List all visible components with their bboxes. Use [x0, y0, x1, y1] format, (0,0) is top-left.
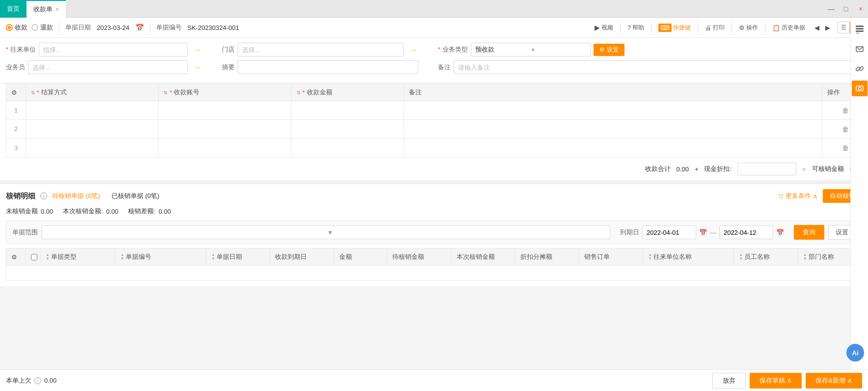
abandon-button[interactable]: 放弃: [712, 373, 746, 389]
action-header-label: 操作: [827, 88, 840, 97]
sidebar-table-icon[interactable]: [852, 22, 868, 37]
row1-delete-icon[interactable]: 🗑: [842, 107, 849, 114]
history-button[interactable]: 📋 历史单据: [770, 23, 807, 33]
table-row: 2 🗑 ⧉: [6, 120, 862, 139]
select-all-checkbox[interactable]: [31, 254, 37, 260]
pending-tab[interactable]: 待核销单据 (0笔): [52, 192, 100, 200]
method-header-label: 结算方式: [41, 88, 67, 97]
print-button[interactable]: 🖨 打印: [703, 23, 727, 33]
partner-more-btn[interactable]: ···: [192, 46, 202, 54]
save-new-arrow[interactable]: ∧: [847, 377, 852, 384]
row2-method[interactable]: [26, 120, 159, 138]
verify-gear-header[interactable]: ⚙: [6, 249, 26, 265]
section-divider: [0, 180, 868, 184]
row-num-1: 1: [6, 101, 26, 119]
refund-radio[interactable]: 退款: [31, 23, 53, 32]
store-input[interactable]: [238, 43, 404, 56]
gear-header[interactable]: ⚙: [6, 84, 26, 101]
plus-sign: +: [695, 166, 699, 173]
account-header: ⇅ * 收款账号: [159, 84, 291, 101]
next-arrow[interactable]: ▶: [823, 23, 833, 32]
row3-delete-icon[interactable]: 🗑: [842, 144, 849, 152]
done-tab[interactable]: 已核销单据 (0笔): [111, 192, 160, 200]
minimize-button[interactable]: —: [824, 0, 839, 18]
calendar-icon[interactable]: 📅: [136, 24, 144, 31]
sidebar-link-icon[interactable]: [852, 61, 868, 77]
pending-tab-label: 待核销单据: [52, 192, 84, 199]
row3-method[interactable]: [26, 139, 159, 157]
bottom-info: 本单上欠 i 0.00: [6, 376, 56, 385]
svg-rect-0: [856, 26, 864, 27]
summary-input[interactable]: [238, 60, 418, 74]
staff-input[interactable]: [28, 60, 188, 74]
row3-amount[interactable]: [292, 139, 404, 157]
cal-from-icon[interactable]: 📅: [699, 229, 707, 236]
row1-note[interactable]: [404, 101, 822, 119]
shortcut-button[interactable]: ⌨ 快捷键: [656, 23, 693, 33]
table-row: 3 🗑 ⧉: [6, 139, 862, 157]
done-tab-count: (0笔): [145, 192, 160, 199]
row1-amount[interactable]: [292, 101, 404, 119]
verify-type-header: ▲▼ 单据类型: [41, 249, 115, 265]
staff-more-btn[interactable]: ···: [192, 63, 202, 71]
row-num-2: 2: [6, 120, 26, 138]
tab-close-icon[interactable]: ×: [55, 6, 59, 13]
biz-type-select[interactable]: 预收款 ▼: [471, 43, 591, 56]
help-button[interactable]: ? 帮助: [625, 23, 646, 33]
maximize-button[interactable]: □: [839, 0, 853, 18]
date-field: 到期日 📅 — 📅: [620, 225, 784, 239]
receipt-radio-dot: [6, 24, 13, 31]
amount-header: ⇅ * 收款金额: [292, 84, 404, 101]
prev-arrow[interactable]: ◀: [812, 23, 822, 32]
save-new-button[interactable]: 保存&新增 ∧: [806, 373, 862, 389]
ai-badge[interactable]: Ai: [846, 344, 864, 362]
print-icon: 🖨: [705, 24, 711, 31]
tab-home[interactable]: 首页: [0, 0, 27, 18]
date-dash: —: [710, 229, 716, 236]
home-tab-label: 首页: [7, 4, 20, 13]
discount-input[interactable]: [737, 163, 796, 175]
operations-icon: ⚙: [739, 24, 745, 31]
equals-sign: =: [802, 166, 806, 173]
bottom-info-value: 0.00: [44, 377, 56, 384]
history-label: 历史单据: [782, 24, 805, 32]
row3-account[interactable]: [159, 139, 291, 157]
bottom-info-icon[interactable]: i: [34, 377, 41, 384]
cal-to-icon[interactable]: 📅: [776, 229, 784, 236]
verify-dept-label: 部门名称: [809, 252, 834, 261]
receipt-radio[interactable]: 收款: [6, 23, 27, 32]
list-layout-btn[interactable]: ☰: [838, 22, 850, 33]
biz-type-arrow: ▼: [531, 47, 586, 53]
divider-7: [765, 23, 765, 32]
close-button[interactable]: ×: [853, 0, 868, 18]
tab-receipt[interactable]: 收款单 ×: [27, 0, 66, 18]
verify-info-icon[interactable]: i: [40, 193, 47, 199]
video-button[interactable]: ▶ 视频: [593, 23, 615, 33]
more-conditions-label: 更多条件: [786, 192, 811, 200]
operations-button[interactable]: ⚙ 操作: [737, 23, 760, 33]
note-header-label: 备注: [409, 88, 422, 97]
settings-button[interactable]: ⚙ 设置: [594, 44, 624, 56]
row2-account[interactable]: [159, 120, 291, 138]
save-draft-button[interactable]: 保存草稿 ∧: [750, 373, 802, 389]
row2-note[interactable]: [404, 120, 822, 138]
query-button[interactable]: 查询: [794, 225, 824, 240]
row2-delete-icon[interactable]: 🗑: [842, 125, 849, 133]
range-select[interactable]: ▼: [42, 225, 610, 239]
form-row-1: 往来单位 ··· 门店 ··· 业务类型 预收款 ▼ ⚙ 设置: [6, 43, 862, 56]
biz-type-label: 业务类型: [438, 45, 468, 54]
date-from-input[interactable]: [642, 225, 696, 239]
row2-amount[interactable]: [292, 120, 404, 138]
sidebar-email-icon[interactable]: [852, 41, 868, 57]
save-draft-arrow[interactable]: ∧: [787, 377, 792, 384]
row1-account[interactable]: [159, 101, 291, 119]
remark-input[interactable]: [454, 60, 862, 74]
row3-note[interactable]: [404, 139, 822, 157]
row1-method[interactable]: [26, 101, 159, 119]
date-to-input[interactable]: [719, 225, 773, 239]
chevron-up-icon: ∧: [813, 193, 818, 200]
store-more-btn[interactable]: ···: [408, 46, 418, 54]
partner-input[interactable]: [39, 43, 188, 56]
more-conditions-btn[interactable]: ▽ 更多条件 ∧: [779, 192, 818, 200]
sidebar-screenshot-icon[interactable]: [852, 81, 868, 96]
